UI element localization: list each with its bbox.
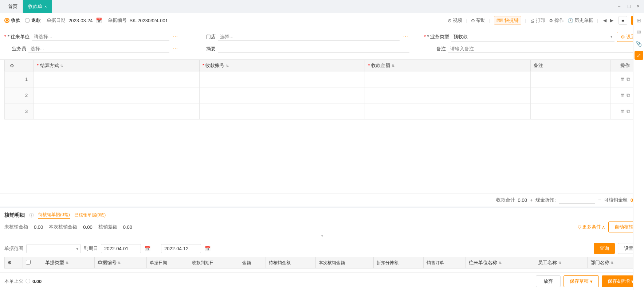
discount-input[interactable] (559, 196, 595, 204)
query-btn[interactable]: 查询 (594, 243, 615, 254)
summary-row: 收款合计 0.00 + 现金折扣: = 可核销金额 0.00 (0, 193, 644, 207)
sort-icon-settlement[interactable]: ⇅ (60, 64, 63, 68)
row-3-copy-icon[interactable]: ⧉ (627, 108, 630, 114)
remark-input[interactable] (448, 45, 640, 53)
col-num-header (19, 60, 34, 71)
operations-btn[interactable]: ⚙ 操作 (549, 17, 564, 24)
video-btn[interactable]: ⊙ 视频 (448, 17, 462, 24)
list-view-btn[interactable]: ≡ (619, 16, 627, 25)
sidebar-expand-icon[interactable]: ⤢ (635, 51, 643, 60)
video-label: 视频 (453, 17, 462, 24)
radio-refund[interactable]: 退款 (25, 17, 41, 24)
row-2-account[interactable] (199, 87, 365, 103)
history-btn[interactable]: 🕐 历史单据 (568, 17, 593, 24)
sidebar-attach-icon[interactable]: 📎 (635, 39, 643, 48)
row-3-delete-icon[interactable]: 🗑 (620, 108, 625, 114)
tab-bar: 首页 收款单 × － □ × (0, 0, 644, 13)
nav-prev-btn[interactable]: ◀ (602, 17, 608, 24)
table-section: ⚙ * 结算方式 ⇅ * 收款账号 ⇅ * 收款金额 (0, 60, 644, 193)
business-type-select[interactable]: 预收款 ▾ (451, 32, 614, 42)
sort-type[interactable]: ⇅ (66, 261, 68, 265)
sidebar-table-icon[interactable]: ⊞ (635, 16, 643, 25)
tab-receipt[interactable]: 收款单 × (23, 0, 52, 13)
col-settlement-header: * 结算方式 ⇅ (34, 60, 200, 71)
select-all-checkbox[interactable] (26, 260, 31, 264)
row-num-1: 1 (19, 71, 34, 87)
minimize-btn[interactable]: － (615, 3, 623, 10)
unchecked-value: 0.00 (34, 224, 43, 230)
help-btn[interactable]: ⊙ 帮助 (471, 17, 486, 24)
partner-more-btn[interactable]: ··· (172, 34, 179, 40)
vcol-amount: 金额 (239, 257, 266, 269)
row-2-copy-icon[interactable]: ⧉ (627, 92, 630, 98)
staff-more-btn[interactable]: ··· (172, 46, 179, 52)
row-1-remark[interactable] (531, 71, 610, 87)
date-from-calendar-icon[interactable]: 📅 (145, 246, 150, 251)
tab-home[interactable]: 首页 (3, 0, 23, 13)
more-filter-btn[interactable]: ▽ 更多条件 ∧ (578, 224, 605, 230)
row-1-copy-icon[interactable]: ⧉ (627, 76, 630, 82)
sort-icon-account[interactable]: ⇅ (226, 64, 229, 68)
sort-num[interactable]: ⇅ (118, 261, 121, 265)
vcol-type: 单据类型 ⇅ (42, 257, 94, 269)
sort-icon-amount[interactable]: ⇅ (392, 64, 394, 68)
operations-label: 操作 (554, 17, 564, 24)
vcol-dept: 部门名称 ⇅ (587, 257, 639, 269)
sidebar-email-icon[interactable]: ✉ (635, 28, 643, 36)
sort-partner[interactable]: ⇅ (499, 261, 502, 265)
tab-close-icon[interactable]: × (44, 4, 47, 9)
row-3-settlement[interactable] (34, 103, 200, 119)
business-type-field: * * 业务类型 预收款 ▾ ⚙ 设置 (424, 32, 640, 42)
nav-next-btn[interactable]: ▶ (609, 17, 615, 24)
vcol-date: 单据日期 (147, 257, 189, 269)
help-icon: ⊙ (471, 18, 475, 23)
row-1-account[interactable] (199, 71, 365, 87)
partner-input[interactable] (32, 33, 169, 41)
business-type-label-text: * 业务类型 (427, 34, 449, 39)
verify-tab-pending[interactable]: 待核销单据(0笔) (38, 212, 70, 219)
row-2-settlement[interactable] (34, 87, 200, 103)
shortcut-btn[interactable]: ⌨ 快捷键 (494, 16, 521, 25)
verify-header: 核销明细 ⓘ 待核销单据(0笔) 已核销单据(0笔) (4, 212, 640, 219)
radio-receipt[interactable]: 收款 (4, 17, 20, 24)
save-new-label: 保存&新增 (608, 278, 630, 285)
vcol-num: 单据编号 ⇅ (94, 257, 146, 269)
tab-receipt-label: 收款单 (28, 3, 42, 10)
maximize-btn[interactable]: □ (626, 3, 632, 10)
row-2-delete-icon[interactable]: 🗑 (620, 92, 625, 98)
date-from-input[interactable] (101, 244, 141, 253)
date-to-input[interactable] (161, 244, 201, 253)
store-more-btn[interactable]: ··· (402, 34, 409, 40)
date-to-calendar-icon[interactable]: 📅 (205, 246, 211, 251)
calendar-icon[interactable]: 📅 (96, 17, 102, 23)
row-3-account[interactable] (199, 103, 365, 119)
main-table: ⚙ * 结算方式 ⇅ * 收款账号 ⇅ * 收款金额 (4, 60, 640, 119)
row-1-settlement[interactable] (34, 71, 200, 87)
range-select[interactable] (26, 244, 81, 253)
print-btn[interactable]: 🖨 打印 (530, 17, 545, 24)
verify-tab-done[interactable]: 已核销单据(0笔) (74, 212, 106, 218)
vcol-checkbox[interactable] (23, 257, 42, 269)
save-draft-btn[interactable]: 保存草稿 ▾ (564, 275, 599, 287)
row-1-delete-icon[interactable]: 🗑 (620, 76, 625, 82)
row-2-remark[interactable] (531, 87, 610, 103)
store-input[interactable] (218, 33, 400, 41)
row-3-amount[interactable] (365, 103, 531, 119)
row-2-amount[interactable] (365, 87, 531, 103)
discard-btn[interactable]: 放弃 (536, 275, 561, 287)
vcol-settings[interactable]: ⚙ (5, 257, 23, 269)
sort-dept[interactable]: ⇅ (610, 261, 613, 265)
row-1-amount[interactable] (365, 71, 531, 87)
vcol-partner: 往来单位名称 ⇅ (466, 257, 535, 269)
sort-staff[interactable]: ⇅ (558, 261, 561, 265)
info-icon[interactable]: ⓘ (29, 212, 34, 219)
staff-input[interactable] (28, 45, 169, 53)
doc-num-group: 单据编号 SK-20230324-001 (108, 17, 168, 24)
radio-receipt-label: 收款 (11, 17, 20, 24)
row-settings-2 (5, 87, 19, 103)
col-settings-header[interactable]: ⚙ (5, 60, 19, 71)
doc-num-label: 单据编号 (108, 17, 127, 24)
row-3-remark[interactable] (531, 103, 610, 119)
close-btn[interactable]: × (635, 3, 641, 10)
summary-input[interactable] (218, 45, 409, 53)
